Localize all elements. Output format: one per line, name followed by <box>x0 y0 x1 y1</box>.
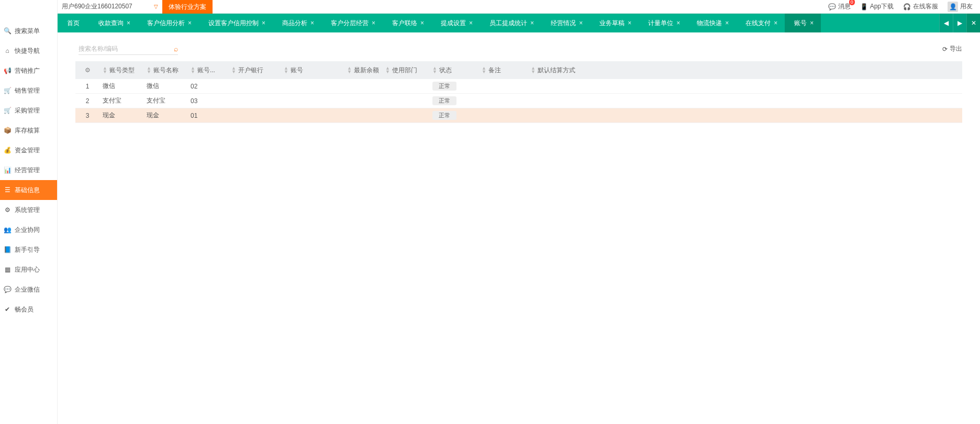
close-icon[interactable]: × <box>372 19 375 27</box>
cell-remark <box>478 79 528 93</box>
app-download-link[interactable]: 📱 App下载 <box>860 2 894 11</box>
sidebar-item-label: 采购管理 <box>15 106 40 115</box>
tab-scroll-left[interactable]: ◀ <box>939 14 953 32</box>
tab-3[interactable]: 商品分析× <box>273 14 321 32</box>
tab-6[interactable]: 提成设置× <box>431 14 480 32</box>
tab-4[interactable]: 客户分层经营× <box>321 14 383 32</box>
close-icon[interactable]: × <box>725 19 729 27</box>
messages-link[interactable]: 💬 消息 0 <box>828 2 851 11</box>
status-badge: 正常 <box>432 111 456 120</box>
tab-label: 在线支付 <box>745 19 771 28</box>
sidebar-item-2[interactable]: 📢营销推广 <box>0 61 57 81</box>
cell-dept <box>382 79 429 93</box>
sidebar-item-1[interactable]: ⌂快捷导航 <box>0 41 57 61</box>
cell-name: 支付宝 <box>143 94 187 108</box>
close-icon[interactable]: × <box>530 19 534 27</box>
close-icon[interactable]: × <box>628 19 631 27</box>
tab-label: 计量单位 <box>648 19 673 28</box>
table-row[interactable]: 1 微信 微信 02 正常 <box>75 79 962 94</box>
sidebar-item-label: 销售管理 <box>15 86 40 95</box>
search-icon[interactable]: ⌕ <box>174 44 178 53</box>
cell-settle <box>528 108 962 122</box>
sidebar-item-4[interactable]: 🛒采购管理 <box>0 101 57 120</box>
status-badge: 正常 <box>432 82 456 91</box>
sidebar-item-5[interactable]: 📦库存核算 <box>0 120 57 123</box>
tab-12[interactable]: 在线支付× <box>736 14 785 32</box>
table-row[interactable]: 3 现金 现金 01 正常 <box>75 108 962 123</box>
tab-2[interactable]: 设置客户信用控制× <box>199 14 273 32</box>
tab-5[interactable]: 客户联络× <box>383 14 431 32</box>
close-icon[interactable]: × <box>310 19 314 27</box>
tab-label: 客户联络 <box>392 19 417 28</box>
cell-type: 现金 <box>99 108 143 122</box>
cell-remark <box>478 108 528 122</box>
avatar-icon: 👤 <box>948 2 958 12</box>
cell-balance <box>330 79 382 93</box>
cell-bank <box>228 94 281 108</box>
close-icon[interactable]: × <box>188 19 192 27</box>
home-icon: ⌂ <box>3 47 12 54</box>
tab-13[interactable]: 账号× <box>785 14 821 32</box>
sidebar-item-label: 营销推广 <box>15 66 40 75</box>
chevron-down-icon: ▽ <box>154 4 158 9</box>
tab-close-all[interactable]: ✕ <box>966 14 980 32</box>
tab-label: 设置客户信用控制 <box>208 19 259 28</box>
close-icon[interactable]: × <box>676 19 680 27</box>
company-selector[interactable]: 用户690企业1660120507 ▽ <box>58 0 162 14</box>
search-input[interactable] <box>79 43 174 54</box>
tab-label: 物流快递 <box>697 19 722 28</box>
col-status[interactable]: ▲▼状态 <box>429 61 478 79</box>
tab-7[interactable]: 员工提成统计× <box>480 14 541 32</box>
settings-column[interactable]: ⚙ <box>75 61 99 79</box>
export-button[interactable]: ⟳ 导出 <box>942 44 962 53</box>
online-service-label: 在线客服 <box>913 2 938 11</box>
col-remark[interactable]: ▲▼备注 <box>478 61 528 79</box>
tab-9[interactable]: 业务草稿× <box>590 14 639 32</box>
close-icon[interactable]: × <box>579 19 583 27</box>
cell-index: 1 <box>75 79 99 93</box>
sidebar-item-3[interactable]: 🛒销售管理 <box>0 81 57 101</box>
cell-short: 02 <box>187 79 228 93</box>
main: ⌕ ⟳ 导出 ⚙ ▲▼账号类型 ▲▼账号名称 ▲▼账号... ▲▼开户银行 ▲▼… <box>58 32 980 123</box>
tab-label: 客户分层经营 <box>331 19 369 28</box>
cell-settle <box>528 94 962 108</box>
tab-controls: ◀ ▶ ✕ <box>939 14 980 32</box>
tab-10[interactable]: 计量单位× <box>639 14 687 32</box>
col-acct[interactable]: ▲▼账号 <box>281 61 330 79</box>
col-short[interactable]: ▲▼账号... <box>187 61 228 79</box>
header-right: 💬 消息 0 📱 App下载 🎧 在线客服 👤 用友 <box>828 2 980 12</box>
tab-scroll-right[interactable]: ▶ <box>953 14 966 32</box>
close-icon[interactable]: × <box>420 19 424 27</box>
tab-home[interactable]: 首页 <box>58 14 89 32</box>
col-name[interactable]: ▲▼账号名称 <box>143 61 187 79</box>
close-icon[interactable]: × <box>127 19 130 27</box>
col-bank[interactable]: ▲▼开户银行 <box>228 61 281 79</box>
tab-11[interactable]: 物流快递× <box>687 14 736 32</box>
col-settle[interactable]: ▲▼默认结算方式 <box>528 61 962 79</box>
close-icon[interactable]: × <box>810 19 814 27</box>
col-type[interactable]: ▲▼账号类型 <box>99 61 143 79</box>
cell-short: 03 <box>187 94 228 108</box>
close-icon[interactable]: × <box>774 19 777 27</box>
close-icon[interactable]: × <box>262 19 265 27</box>
col-dept[interactable]: ▲▼使用部门 <box>382 61 429 79</box>
cell-balance <box>330 94 382 108</box>
cell-balance <box>330 108 382 122</box>
tab-8[interactable]: 经营情况× <box>541 14 590 32</box>
user-menu[interactable]: 👤 用友 <box>948 2 973 12</box>
tab-0[interactable]: 收款查询× <box>89 14 138 32</box>
cell-dept <box>382 108 429 122</box>
tab-1[interactable]: 客户信用分析× <box>138 14 199 32</box>
tab-label: 账号 <box>794 19 807 28</box>
close-icon[interactable]: × <box>469 19 473 27</box>
online-service-link[interactable]: 🎧 在线客服 <box>903 2 938 11</box>
cell-acct <box>281 79 330 93</box>
experience-button[interactable]: 体验行业方案 <box>162 0 213 14</box>
cell-short: 01 <box>187 108 228 122</box>
tab-label: 客户信用分析 <box>147 19 185 28</box>
table-row[interactable]: 2 支付宝 支付宝 03 正常 <box>75 94 962 108</box>
cell-index: 3 <box>75 108 99 122</box>
sidebar-item-0[interactable]: 🔍搜索菜单 <box>0 21 57 41</box>
col-balance[interactable]: ▲▼最新余额 <box>330 61 382 79</box>
cell-remark <box>478 94 528 108</box>
